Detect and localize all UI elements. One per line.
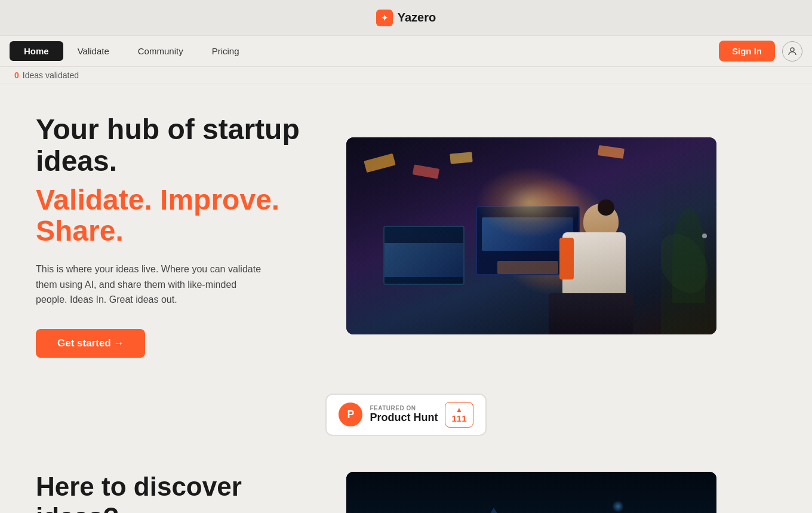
hero-art bbox=[346, 137, 716, 334]
hero-image bbox=[346, 137, 716, 334]
nav-items: Home Validate Community Pricing bbox=[10, 41, 254, 61]
nav-right: Sign In bbox=[719, 41, 802, 62]
logo-icon: ✦ bbox=[376, 10, 393, 26]
hero-title: Your hub of startup ideas. bbox=[36, 114, 322, 177]
hero-section: Your hub of startup ideas. Validate. Imp… bbox=[0, 84, 812, 382]
discover-title: Here to discover ideas? bbox=[36, 472, 322, 513]
hero-left: Your hub of startup ideas. Validate. Imp… bbox=[36, 114, 322, 358]
discover-section: Here to discover ideas? bbox=[0, 460, 812, 513]
discover-scene-art bbox=[346, 472, 716, 513]
ph-text: FEATURED ON Product Hunt bbox=[370, 405, 438, 424]
discover-right bbox=[346, 472, 716, 513]
ph-featured-label: FEATURED ON bbox=[370, 405, 438, 411]
ph-arrow-icon: ▲ bbox=[456, 406, 463, 413]
nav-item-home[interactable]: Home bbox=[10, 41, 63, 61]
logo[interactable]: ✦ Yazero bbox=[376, 10, 436, 26]
top-bar: ✦ Yazero bbox=[0, 0, 812, 36]
product-hunt-logo: P bbox=[339, 403, 362, 426]
hero-description: This is where your ideas live. Where you… bbox=[36, 262, 263, 308]
product-hunt-section: P FEATURED ON Product Hunt ▲ 111 bbox=[0, 382, 812, 460]
ph-votes-count: 111 bbox=[451, 413, 466, 423]
sub-bar: 0 Ideas validated bbox=[0, 67, 812, 84]
ph-name: Product Hunt bbox=[370, 411, 438, 424]
ideas-label: Ideas validated bbox=[23, 70, 79, 80]
nav-item-community[interactable]: Community bbox=[124, 41, 198, 61]
discover-image bbox=[346, 472, 716, 513]
logo-text: Yazero bbox=[398, 11, 436, 24]
hero-image-container bbox=[346, 137, 716, 334]
discover-left: Here to discover ideas? bbox=[36, 472, 322, 513]
ph-votes-box: ▲ 111 bbox=[445, 402, 473, 428]
nav-item-validate[interactable]: Validate bbox=[63, 41, 124, 61]
nav-item-pricing[interactable]: Pricing bbox=[198, 41, 254, 61]
product-hunt-badge[interactable]: P FEATURED ON Product Hunt ▲ 111 bbox=[325, 394, 486, 436]
nav-bar: Home Validate Community Pricing Sign In bbox=[0, 36, 812, 67]
hero-subtitle: Validate. Improve. Share. bbox=[36, 185, 322, 248]
ideas-count: 0 bbox=[14, 70, 19, 80]
svg-point-0 bbox=[791, 48, 794, 51]
carousel-dot bbox=[702, 234, 707, 238]
user-avatar-icon[interactable] bbox=[782, 41, 802, 62]
get-started-button[interactable]: Get started → bbox=[36, 329, 145, 358]
sign-in-button[interactable]: Sign In bbox=[719, 41, 775, 62]
